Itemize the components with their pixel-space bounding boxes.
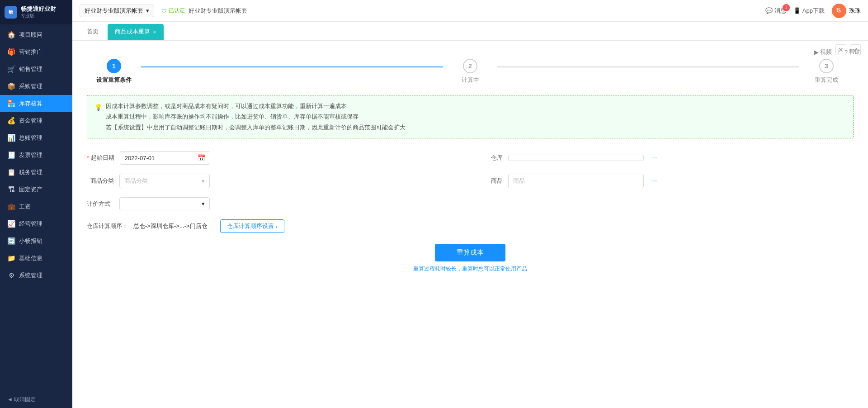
- sidebar-item-finance[interactable]: 💰 资金管理: [0, 112, 72, 129]
- warehouse-order-row: 仓库计算顺序： 总仓->深圳仓库->...->门店仓 仓库计算顺序设置 ›: [87, 219, 854, 233]
- start-date-input[interactable]: 2022-07-01 📅: [120, 151, 210, 165]
- help-link[interactable]: ? 帮助: [844, 48, 861, 56]
- info-text: 因成本计算参数调整，或是对商品成本有疑问时，可以通过成本重算功能，重新计算一遍成…: [106, 101, 406, 133]
- main-area: 好业财专业版演示帐套 ▾ 🛡 已认证 好业财专业版演示帐套 💬 消息 1 📱 A…: [72, 0, 868, 408]
- product-input[interactable]: 商品: [508, 174, 644, 188]
- system-icon: ⚙: [7, 271, 15, 280]
- category-select[interactable]: 商品分类 ▾: [119, 174, 210, 188]
- warehouse-dots-button[interactable]: ···: [649, 154, 659, 162]
- tab-label: 商品成本重算: [115, 28, 150, 36]
- chevron-down-icon: ▾: [202, 200, 205, 207]
- sidebar-item-label: 系统管理: [19, 271, 42, 280]
- app-title: 畅捷通好业财: [21, 5, 56, 13]
- account-name: 好业财专业版演示帐套: [85, 7, 143, 15]
- inventory-icon: 🏪: [7, 100, 15, 108]
- verified-badge: 🛡 已认证: [161, 7, 185, 14]
- tab-home[interactable]: 首页: [80, 24, 106, 40]
- step-3-circle: 3: [819, 59, 834, 73]
- operation-icon: 📈: [7, 220, 15, 228]
- sidebar-item-label: 固定资产: [19, 185, 42, 194]
- project-icon: 🏠: [7, 31, 15, 39]
- warehouse-input[interactable]: [508, 155, 644, 161]
- topbar-actions: 💬 消息 1 📱 App下载 珠 珠珠: [765, 4, 861, 18]
- warehouse-order-value: 总仓->深圳仓库->...->门店仓: [133, 222, 208, 230]
- warehouse-order-settings-button[interactable]: 仓库计算顺序设置 ›: [220, 219, 284, 233]
- warehouse-order-btn-label: 仓库计算顺序设置: [227, 222, 274, 230]
- sidebar-item-basic[interactable]: 📁 基础信息: [0, 250, 72, 267]
- sidebar-item-label: 发票管理: [19, 151, 42, 159]
- sidebar-item-purchase[interactable]: 📦 采购管理: [0, 78, 72, 95]
- category-label: 商品分类: [87, 177, 114, 185]
- sidebar-item-accounting[interactable]: 📊 总账管理: [0, 129, 72, 147]
- question-icon: ?: [844, 49, 848, 56]
- purchase-icon: 📦: [7, 82, 15, 90]
- warehouse-label: 仓库: [476, 154, 503, 162]
- tab-cost-recalculation[interactable]: 商品成本重算 ×: [108, 24, 164, 40]
- category-placeholder: 商品分类: [124, 177, 148, 185]
- sidebar: 畅 畅捷通好业财 专业版 🏠 项目顾问 🎁 营销推广 🛒 销售管理 📦 采购管理…: [0, 0, 72, 408]
- basic-icon: 📁: [7, 254, 15, 262]
- help-links: ▶ 视频 | ? 帮助: [814, 48, 861, 56]
- shield-icon: 🛡: [161, 8, 167, 14]
- sidebar-pin-toggle[interactable]: ◄ 取消固定: [0, 391, 72, 408]
- avatar: 珠: [832, 4, 846, 18]
- product-label: 商品: [476, 177, 503, 185]
- sidebar-item-label: 税务管理: [19, 168, 42, 176]
- app-download-button[interactable]: 📱 App下载: [793, 7, 825, 15]
- company-name: 好业财专业版演示帐套: [189, 7, 247, 15]
- sidebar-item-salary[interactable]: 💼 工资: [0, 198, 72, 215]
- step-line-1: [141, 66, 443, 67]
- message-button[interactable]: 💬 消息 1: [765, 7, 786, 15]
- sidebar-item-assets[interactable]: 🏗 固定资产: [0, 181, 72, 198]
- sidebar-item-label: 经营管理: [19, 220, 42, 228]
- sidebar-item-label: 小畅报销: [19, 237, 42, 245]
- sidebar-item-operation[interactable]: 📈 经营管理: [0, 215, 72, 232]
- finance-icon: 💰: [7, 117, 15, 125]
- help-label: 帮助: [849, 48, 861, 56]
- product-placeholder: 商品: [513, 177, 525, 185]
- assets-icon: 🏗: [7, 185, 15, 193]
- message-badge: 1: [783, 4, 790, 11]
- step-3-label: 重算完成: [815, 76, 838, 84]
- step-2: 2 计算中: [443, 59, 497, 84]
- tab-close-button[interactable]: ×: [153, 28, 156, 35]
- sidebar-nav: 🏠 项目顾问 🎁 营销推广 🛒 销售管理 📦 采购管理 🏪 库存核算 💰 资金管…: [0, 24, 72, 391]
- step-1: 1 设置重算条件: [87, 59, 141, 84]
- warehouse-order-label: 仓库计算顺序：: [87, 222, 128, 230]
- warehouse-group: 仓库 ···: [476, 154, 854, 162]
- topbar: 好业财专业版演示帐套 ▾ 🛡 已认证 好业财专业版演示帐套 💬 消息 1 📱 A…: [72, 0, 868, 22]
- invoice-icon: 🧾: [7, 151, 15, 159]
- step-2-label: 计算中: [462, 76, 479, 84]
- recalculate-button[interactable]: 重算成本: [435, 244, 505, 261]
- sales-icon: 🛒: [7, 65, 15, 73]
- step-line-2: [497, 66, 799, 67]
- step-3: 3 重算完成: [799, 59, 854, 84]
- sidebar-item-label: 采购管理: [19, 82, 42, 90]
- mobile-icon: 📱: [793, 7, 801, 14]
- tax-icon: 📋: [7, 168, 15, 176]
- sidebar-item-marketing[interactable]: 🎁 营销推广: [0, 43, 72, 61]
- pricing-label: 计价方式: [87, 200, 114, 208]
- sidebar-item-invoice[interactable]: 🧾 发票管理: [0, 147, 72, 164]
- sidebar-item-expense[interactable]: 🔄 小畅报销: [0, 232, 72, 250]
- sidebar-item-system[interactable]: ⚙ 系统管理: [0, 267, 72, 284]
- arrow-right-icon: ›: [276, 223, 278, 230]
- account-selector[interactable]: 好业财专业版演示帐套 ▾: [80, 5, 154, 17]
- sidebar-item-inventory[interactable]: 🏪 库存核算: [0, 95, 72, 112]
- start-date-value: 2022-07-01: [125, 155, 155, 161]
- sidebar-item-sales[interactable]: 🛒 销售管理: [0, 61, 72, 78]
- sidebar-item-project[interactable]: 🏠 项目顾问: [0, 26, 72, 43]
- sidebar-item-tax[interactable]: 📋 税务管理: [0, 164, 72, 181]
- sidebar-item-label: 销售管理: [19, 65, 42, 73]
- sidebar-item-label: 营销推广: [19, 48, 42, 56]
- user-menu[interactable]: 珠 珠珠: [832, 4, 861, 18]
- pricing-select[interactable]: ▾: [119, 197, 210, 210]
- tabbar: 首页 商品成本重算 ×: [72, 22, 868, 41]
- chevron-down-icon: ▾: [202, 178, 205, 185]
- sidebar-item-label: 项目顾问: [19, 31, 42, 39]
- product-dots-button[interactable]: ···: [649, 177, 659, 185]
- video-link[interactable]: ▶ 视频: [814, 48, 832, 56]
- start-date-label: 起始日期: [87, 154, 114, 162]
- content-area: ✕ ⤢ ▶ 视频 | ? 帮助 1 设置重算条件 2 计算中: [72, 41, 868, 408]
- marketing-icon: 🎁: [7, 48, 15, 56]
